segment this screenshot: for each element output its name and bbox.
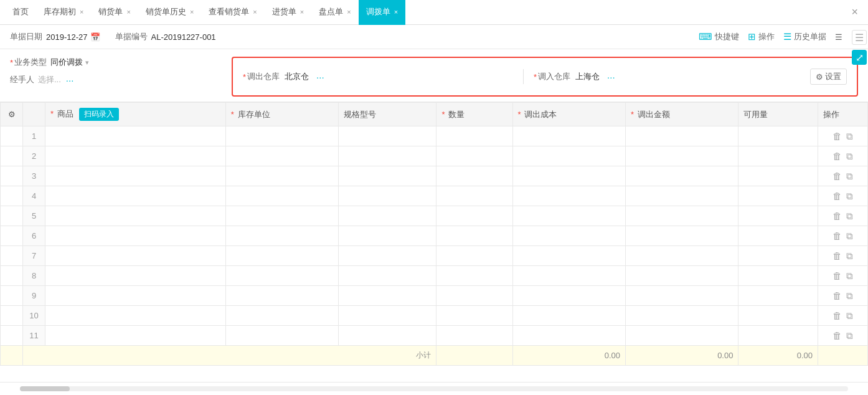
row-available[interactable] <box>738 246 818 266</box>
row-spec[interactable] <box>339 166 436 186</box>
row-available[interactable] <box>738 306 818 326</box>
row-amount[interactable] <box>626 186 738 206</box>
delete-icon[interactable]: 🗑 <box>833 270 842 281</box>
copy-icon[interactable]: ⧉ <box>846 231 853 241</box>
row-amount[interactable] <box>626 266 738 286</box>
row-available[interactable] <box>738 126 818 146</box>
row-amount[interactable] <box>626 226 738 246</box>
copy-icon[interactable]: ⧉ <box>846 250 853 261</box>
tab-home[interactable]: 首页 <box>5 0 36 25</box>
tab-inventory-check[interactable]: 盘点单 × <box>311 0 358 25</box>
copy-icon[interactable]: ⧉ <box>846 131 853 141</box>
delete-icon[interactable]: 🗑 <box>833 211 842 221</box>
shortcuts-btn[interactable]: ⌨ 快捷键 <box>699 31 739 42</box>
scroll-thumb[interactable] <box>20 386 70 391</box>
row-spec[interactable] <box>339 266 436 286</box>
row-product[interactable] <box>45 246 226 266</box>
delete-icon[interactable]: 🗑 <box>833 191 842 201</box>
row-unit[interactable] <box>225 246 338 266</box>
row-available[interactable] <box>738 266 818 286</box>
tab-close-purchase-order[interactable]: × <box>300 8 304 16</box>
row-amount[interactable] <box>626 306 738 326</box>
tab-view-sales[interactable]: 查看销货单 × <box>201 0 264 25</box>
tab-close-transfer-order[interactable]: × <box>394 8 398 16</box>
row-product[interactable] <box>45 146 226 166</box>
row-spec[interactable] <box>339 326 436 346</box>
copy-icon[interactable]: ⧉ <box>846 171 853 181</box>
row-product[interactable] <box>45 206 226 226</box>
tab-transfer-order[interactable]: 调拨单 × <box>359 0 405 25</box>
row-unit[interactable] <box>225 146 338 166</box>
row-amount[interactable] <box>626 166 738 186</box>
copy-icon[interactable]: ⧉ <box>846 310 853 321</box>
row-spec[interactable] <box>339 206 436 226</box>
row-unit[interactable] <box>225 266 338 286</box>
row-unit[interactable] <box>225 226 338 246</box>
row-spec[interactable] <box>339 246 436 266</box>
operations-btn[interactable]: ⊞ 操作 <box>748 31 775 42</box>
tab-sales-history[interactable]: 销货单历史 × <box>138 0 201 25</box>
handler-ellipsis-btn[interactable]: ··· <box>66 75 74 85</box>
copy-icon[interactable]: ⧉ <box>846 211 853 221</box>
row-unit[interactable] <box>225 286 338 306</box>
scroll-area[interactable] <box>0 382 868 395</box>
delete-icon[interactable]: 🗑 <box>833 171 842 181</box>
row-unit[interactable] <box>225 306 338 326</box>
delete-icon[interactable]: 🗑 <box>833 231 842 241</box>
row-cost[interactable] <box>512 126 625 146</box>
row-product[interactable] <box>45 166 226 186</box>
row-qty[interactable] <box>436 306 512 326</box>
tab-purchase-order[interactable]: 进货单 × <box>265 0 311 25</box>
row-amount[interactable] <box>626 146 738 166</box>
calendar-icon[interactable]: 📅 <box>90 32 100 42</box>
tab-close-inventory-check[interactable]: × <box>347 8 351 16</box>
row-cost[interactable] <box>512 326 625 346</box>
row-available[interactable] <box>738 206 818 226</box>
row-cost[interactable] <box>512 286 625 306</box>
sidebar-list-icon[interactable]: ☰ <box>852 30 867 45</box>
tab-sales-order[interactable]: 销货单 × <box>91 0 138 25</box>
row-qty[interactable] <box>436 326 512 346</box>
row-amount[interactable] <box>626 126 738 146</box>
copy-icon[interactable]: ⧉ <box>846 290 853 301</box>
row-qty[interactable] <box>436 186 512 206</box>
row-amount[interactable] <box>626 206 738 226</box>
tab-bar-close[interactable]: × <box>846 6 863 19</box>
delete-icon[interactable]: 🗑 <box>833 131 842 141</box>
row-unit[interactable] <box>225 166 338 186</box>
row-spec[interactable] <box>339 286 436 306</box>
row-qty[interactable] <box>436 166 512 186</box>
row-qty[interactable] <box>436 126 512 146</box>
row-unit[interactable] <box>225 326 338 346</box>
tab-close-sales-order[interactable]: × <box>126 8 130 16</box>
row-available[interactable] <box>738 286 818 306</box>
row-amount[interactable] <box>626 286 738 306</box>
row-spec[interactable] <box>339 226 436 246</box>
tab-close-sales-history[interactable]: × <box>190 8 194 16</box>
row-available[interactable] <box>738 146 818 166</box>
delete-icon[interactable]: 🗑 <box>833 290 842 301</box>
row-cost[interactable] <box>512 186 625 206</box>
delete-icon[interactable]: 🗑 <box>833 330 842 341</box>
row-available[interactable] <box>738 326 818 346</box>
copy-icon[interactable]: ⧉ <box>846 151 853 161</box>
scan-button[interactable]: 扫码录入 <box>79 108 119 121</box>
handler-select[interactable]: 选择... <box>38 74 64 85</box>
row-product[interactable] <box>45 266 226 286</box>
delete-icon[interactable]: 🗑 <box>833 151 842 161</box>
copy-icon[interactable]: ⧉ <box>846 191 853 201</box>
row-qty[interactable] <box>436 286 512 306</box>
row-cost[interactable] <box>512 146 625 166</box>
tab-close-view-sales[interactable]: × <box>253 8 257 16</box>
row-cost[interactable] <box>512 266 625 286</box>
history-btn[interactable]: ☰ 历史单据 <box>783 31 826 42</box>
copy-icon[interactable]: ⧉ <box>846 270 853 281</box>
row-available[interactable] <box>738 166 818 186</box>
row-product[interactable] <box>45 126 226 146</box>
row-qty[interactable] <box>436 226 512 246</box>
row-cost[interactable] <box>512 246 625 266</box>
row-qty[interactable] <box>436 246 512 266</box>
row-qty[interactable] <box>436 266 512 286</box>
delete-icon[interactable]: 🗑 <box>833 310 842 321</box>
warehouse-out-ellipsis-btn[interactable]: ··· <box>316 72 324 82</box>
